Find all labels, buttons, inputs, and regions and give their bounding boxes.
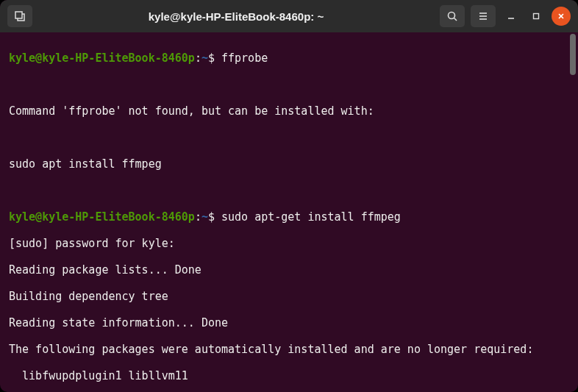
- svg-rect-7: [534, 14, 539, 19]
- output-line: Building dependency tree: [9, 290, 569, 303]
- titlebar: kyle@kyle-HP-EliteBook-8460p: ~: [0, 0, 578, 32]
- window-title: kyle@kyle-HP-EliteBook-8460p: ~: [37, 10, 435, 23]
- minimize-button[interactable]: [502, 7, 521, 26]
- maximize-button[interactable]: [527, 7, 546, 26]
- output-line: Reading state information... Done: [9, 316, 569, 329]
- new-tab-button[interactable]: [7, 5, 32, 27]
- prompt-path: ~: [201, 51, 208, 65]
- terminal-window: kyle@kyle-HP-EliteBook-8460p: ~: [0, 0, 578, 392]
- output-line: sudo apt install ffmpeg: [9, 157, 569, 171]
- new-tab-icon: [14, 10, 26, 22]
- svg-rect-0: [15, 12, 22, 18]
- maximize-icon: [532, 12, 540, 21]
- terminal-content[interactable]: kyle@kyle-HP-EliteBook-8460p:~$ ffprobe …: [0, 32, 578, 392]
- prompt-path: ~: [201, 210, 208, 224]
- output-line: Reading package lists... Done: [9, 263, 569, 277]
- menu-button[interactable]: [471, 5, 496, 27]
- search-icon: [446, 10, 458, 22]
- search-button[interactable]: [440, 5, 465, 27]
- close-icon: [557, 12, 565, 21]
- prompt-user: kyle@kyle-HP-EliteBook-8460p: [9, 51, 195, 65]
- prompt-symbol: $: [208, 210, 215, 224]
- svg-line-2: [454, 18, 457, 21]
- output-line: Command 'ffprobe' not found, but can be …: [9, 104, 569, 118]
- minimize-icon: [507, 12, 515, 21]
- output-line: libfwupdplugin1 libllvm11: [9, 369, 569, 382]
- prompt-symbol: $: [208, 51, 215, 65]
- hamburger-icon: [477, 10, 489, 22]
- command-1: ffprobe: [221, 51, 268, 65]
- svg-point-1: [449, 13, 455, 19]
- output-line: [sudo] password for kyle:: [9, 237, 569, 250]
- scrollbar[interactable]: [569, 32, 577, 392]
- close-button[interactable]: [552, 7, 571, 26]
- scrollbar-thumb[interactable]: [570, 34, 576, 75]
- output-line: The following packages were automaticall…: [9, 343, 569, 356]
- prompt-user: kyle@kyle-HP-EliteBook-8460p: [9, 210, 195, 224]
- command-2: sudo apt-get install ffmpeg: [221, 210, 401, 224]
